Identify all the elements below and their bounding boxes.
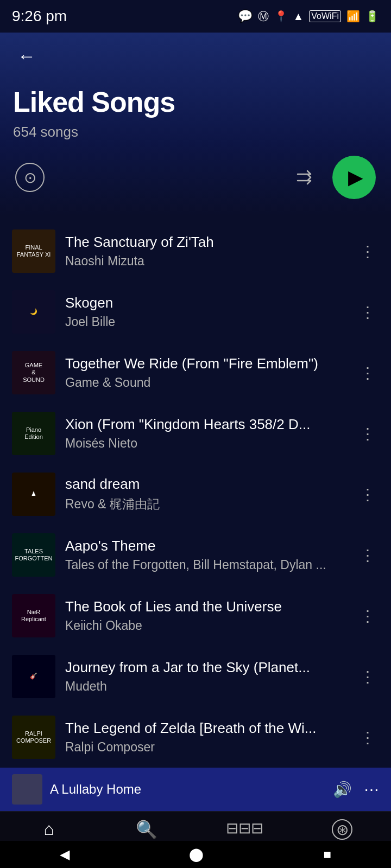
song-item[interactable]: TALES FORGOTTENAapo's ThemeTales of the … xyxy=(0,525,391,585)
song-item[interactable]: FINAL FANTASY XIThe Sanctuary of Zi'TahN… xyxy=(0,221,391,282)
song-title: Skogen xyxy=(65,295,348,311)
song-info: Xion (From "Kingdom Hearts 358/2 D...Moi… xyxy=(65,416,348,451)
song-title: The Sanctuary of Zi'Tah xyxy=(65,234,348,251)
song-item[interactable]: ♟sand dreamRevo & 梶浦由記⋮ xyxy=(0,464,391,525)
more-dots-icon: ⋮ xyxy=(360,242,376,260)
more-dots-icon: ⋮ xyxy=(360,546,376,564)
header-area: ← Liked Songs 654 songs ⊙ ▶ xyxy=(0,33,391,215)
location-icon: 📍 xyxy=(274,10,288,23)
song-count: 654 songs xyxy=(13,124,378,141)
song-artist: Revo & 梶浦由記 xyxy=(65,496,348,513)
more-dots-icon: ⋮ xyxy=(360,486,376,503)
song-artist: Joel Bille xyxy=(65,315,348,329)
song-thumbnail: FINAL FANTASY XI xyxy=(12,229,55,273)
vowifi-icon: VoWiFi xyxy=(309,10,341,22)
song-more-button[interactable]: ⋮ xyxy=(357,605,379,627)
android-back-button[interactable]: ◀ xyxy=(60,847,70,862)
home-icon: ⌂ xyxy=(43,819,54,839)
song-more-button[interactable]: ⋮ xyxy=(357,301,379,323)
song-thumbnail: Piano Edition xyxy=(12,412,55,455)
song-info: Journey from a Jar to the Sky (Planet...… xyxy=(65,659,348,694)
song-title: Together We Ride (From "Fire Emblem") xyxy=(65,355,348,372)
more-dots-icon: ⋮ xyxy=(360,364,376,382)
page-title: Liked Songs xyxy=(13,86,378,118)
song-thumbnail: RALPI COMPOSER xyxy=(12,716,55,759)
more-dots-icon: ⋮ xyxy=(360,425,376,443)
song-item[interactable]: Piano EditionXion (From "Kingdom Hearts … xyxy=(0,403,391,464)
song-title: Xion (From "Kingdom Hearts 358/2 D... xyxy=(65,416,348,433)
song-title: sand dream xyxy=(65,476,348,493)
more-dots-icon: ⋮ xyxy=(360,303,376,321)
android-nav: ◀ ⬤ ■ xyxy=(0,841,391,868)
song-item[interactable]: 🌙SkogenJoel Bille⋮ xyxy=(0,282,391,342)
song-info: The Legend of Zelda [Breath of the Wi...… xyxy=(65,720,348,755)
song-artist: Tales of the Forgotten, Bill Hemstapat, … xyxy=(65,558,348,572)
status-icons: 💬 Ⓜ 📍 ▲ VoWiFi 📶 🔋 xyxy=(238,9,379,24)
now-playing-speaker-icon: 🔊 xyxy=(333,781,352,799)
android-recents-button[interactable]: ■ xyxy=(323,847,331,862)
song-thumbnail: TALES FORGOTTEN xyxy=(12,533,55,577)
song-info: The Sanctuary of Zi'TahNaoshi Mizuta xyxy=(65,234,348,269)
song-info: The Book of Lies and the UniverseKeiichi… xyxy=(65,598,348,633)
song-item[interactable]: GAME & SOUNDTogether We Ride (From "Fire… xyxy=(0,342,391,403)
controls-row: ⊙ ▶ xyxy=(13,156,378,199)
song-thumbnail: 🎸 xyxy=(12,655,55,698)
song-title: Aapo's Theme xyxy=(65,538,348,554)
status-bar: 9:26 pm 💬 Ⓜ 📍 ▲ VoWiFi 📶 🔋 xyxy=(0,0,391,33)
song-artist: Moisés Nieto xyxy=(65,436,348,451)
motorola-icon: Ⓜ xyxy=(258,9,269,24)
signal-icon: 📶 xyxy=(346,10,360,23)
back-arrow-icon: ← xyxy=(17,46,36,67)
song-title: The Book of Lies and the Universe xyxy=(65,598,348,615)
song-more-button[interactable]: ⋮ xyxy=(357,362,379,384)
song-more-button[interactable]: ⋮ xyxy=(357,483,379,505)
song-thumbnail: ♟ xyxy=(12,473,55,516)
song-artist: Game & Sound xyxy=(65,375,348,390)
right-controls: ▶ xyxy=(295,156,376,199)
now-playing-bar[interactable]: A Lullaby Home 🔊 ⋯ xyxy=(0,768,391,811)
song-artist: Keiichi Okabe xyxy=(65,618,348,633)
song-item[interactable]: 🎸Journey from a Jar to the Sky (Planet..… xyxy=(0,646,391,707)
song-artist: Ralpi Composer xyxy=(65,740,348,755)
song-info: sand dreamRevo & 梶浦由記 xyxy=(65,476,348,513)
song-artist: Mudeth xyxy=(65,679,348,694)
song-more-button[interactable]: ⋮ xyxy=(357,240,379,262)
song-info: Together We Ride (From "Fire Emblem")Gam… xyxy=(65,355,348,390)
song-title: The Legend of Zelda [Breath of the Wi... xyxy=(65,720,348,737)
song-item[interactable]: NieR ReplicantThe Book of Lies and the U… xyxy=(0,585,391,646)
more-dots-icon: ⋮ xyxy=(360,668,376,686)
song-info: SkogenJoel Bille xyxy=(65,295,348,329)
play-button[interactable]: ▶ xyxy=(332,156,376,199)
shuffle-icon xyxy=(295,170,317,185)
song-thumbnail: GAME & SOUND xyxy=(12,351,55,394)
song-more-button[interactable]: ⋮ xyxy=(357,544,379,566)
download-button[interactable]: ⊙ xyxy=(15,163,45,192)
song-title: Journey from a Jar to the Sky (Planet... xyxy=(65,659,348,676)
search-icon: 🔍 xyxy=(136,819,157,840)
battery-icon: 🔋 xyxy=(365,10,379,23)
song-info: Aapo's ThemeTales of the Forgotten, Bill… xyxy=(65,538,348,572)
download-icon: ⊙ xyxy=(24,169,36,187)
play-icon: ▶ xyxy=(348,166,363,189)
back-button[interactable]: ← xyxy=(13,42,40,69)
more-dots-icon: ⋮ xyxy=(360,729,376,746)
song-thumbnail: 🌙 xyxy=(12,290,55,334)
premium-icon: ⊛ xyxy=(332,819,352,840)
shuffle-button[interactable] xyxy=(295,170,317,185)
song-more-button[interactable]: ⋮ xyxy=(357,726,379,748)
whatsapp-icon: 💬 xyxy=(238,9,253,23)
song-artist: Naoshi Mizuta xyxy=(65,254,348,269)
song-item[interactable]: RALPI COMPOSERThe Legend of Zelda [Breat… xyxy=(0,707,391,768)
more-dots-icon: ⋮ xyxy=(360,607,376,625)
status-time: 9:26 pm xyxy=(12,8,67,25)
now-playing-more-icon: ⋯ xyxy=(364,781,379,799)
song-more-button[interactable]: ⋮ xyxy=(357,666,379,687)
library-icon: ⊟⊟⊟ xyxy=(226,819,263,837)
song-thumbnail: NieR Replicant xyxy=(12,594,55,637)
wifi-icon: ▲ xyxy=(293,10,304,23)
now-playing-thumb xyxy=(12,774,42,805)
song-more-button[interactable]: ⋮ xyxy=(357,423,379,444)
android-home-button[interactable]: ⬤ xyxy=(189,847,204,862)
now-playing-text: A Lullaby Home xyxy=(50,782,325,797)
